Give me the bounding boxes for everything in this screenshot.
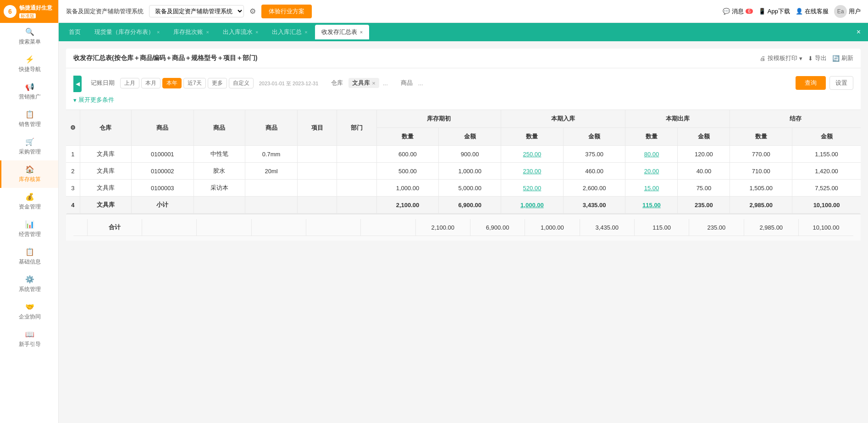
row1-num: 1: [66, 146, 80, 163]
row2-in-amt: 460.00: [563, 163, 625, 180]
sidebar-label-enterprise: 企业协同: [19, 313, 41, 321]
data-table-wrapper: ⚙ 仓库 商品 商品 商品 项目 部门 库存期初 本期入库 本期出库 结存: [66, 110, 861, 214]
page-title: 收发存汇总表(按仓库＋商品编码＋商品＋规格型号＋项目＋部门): [73, 54, 257, 62]
row3-out-qty[interactable]: 15.00: [625, 180, 678, 197]
row3-in-qty[interactable]: 520.00: [501, 180, 564, 197]
purchase-icon: 🛒: [25, 137, 34, 146]
sidebar-label-finance: 资金管理: [19, 203, 41, 211]
row3-in-amt: 2,600.00: [563, 180, 625, 197]
row3-close-qty: 1,505.00: [730, 180, 792, 197]
date-btn-this-year[interactable]: 本年: [162, 78, 182, 88]
row1-open-amt: 900.00: [439, 146, 501, 163]
date-btn-more[interactable]: 更多: [208, 78, 227, 88]
sidebar-label-sales: 销售管理: [19, 121, 41, 128]
subtotal-close-amt: 10,100.00: [792, 197, 861, 214]
tab-inventory-dist-close[interactable]: ×: [157, 29, 160, 35]
product-more[interactable]: ...: [418, 80, 423, 87]
row2-open-amt: 1,000.00: [439, 163, 501, 180]
filter-row: ◀ 记账日期 上月 本月 本年 近7天 更多 自定义 2023-01-01 至 …: [73, 74, 853, 92]
warehouse-tag-close[interactable]: ×: [372, 80, 376, 87]
th-out-group: 本期出库: [625, 110, 730, 128]
system-selector[interactable]: 装备及固定资产辅助管理系统: [149, 5, 244, 17]
tab-inout-flow[interactable]: 出入库流水 ×: [216, 25, 265, 39]
tabbar-close-all[interactable]: ×: [853, 28, 864, 36]
tab-inout-flow-close[interactable]: ×: [255, 29, 258, 35]
collapse-btn[interactable]: ◀: [73, 76, 82, 92]
sidebar-label-search: 搜索菜单: [19, 38, 41, 46]
sidebar-item-sales[interactable]: 📋 销售管理: [0, 105, 58, 133]
subtotal-in-qty[interactable]: 1,000.00: [501, 197, 564, 214]
tab-batch[interactable]: 库存批次账 ×: [167, 25, 215, 39]
user-btn[interactable]: Ea 用户: [834, 5, 861, 18]
print-icon: 🖨: [760, 55, 766, 62]
print-btn[interactable]: 🖨 按模板打印 ▾: [760, 54, 802, 62]
total-in-amt: 3,435.00: [580, 219, 634, 236]
subtotal-in-amt: 3,435.00: [563, 197, 625, 214]
row3-name: 采访本: [194, 180, 245, 197]
sidebar-item-finance[interactable]: 💰 资金管理: [0, 188, 58, 215]
exp-btn[interactable]: 体验行业方案: [261, 5, 312, 18]
tab-recv-send[interactable]: 收发存汇总表 ×: [315, 25, 369, 39]
row1-out-qty[interactable]: 80.00: [625, 146, 678, 163]
tab-batch-close[interactable]: ×: [206, 29, 209, 35]
tab-inout-summary-close[interactable]: ×: [304, 29, 307, 35]
sidebar-label-basic: 基础信息: [19, 258, 41, 266]
subtotal-out-amt: 235.00: [678, 197, 730, 214]
sidebar-nav: 🔍 搜索菜单 ⚡ 快捷导航 📢 营销推广 📋 销售管理 🛒 采购管理 🏠 库存核…: [0, 23, 58, 423]
sidebar-item-basic[interactable]: 📋 基础信息: [0, 243, 58, 270]
tabbar: 首页 现货量（库存分布表） × 库存批次账 × 出入库流水 × 出入库汇总 × …: [59, 23, 868, 41]
export-icon: ⬇: [808, 55, 813, 62]
warehouse-label: 仓库: [331, 79, 343, 87]
settings-icon[interactable]: ⚙: [70, 124, 76, 131]
th-open-qty: 数量: [376, 128, 439, 146]
sidebar-item-operations[interactable]: 📊 经营管理: [0, 215, 58, 243]
logo-icon: 6: [4, 5, 17, 18]
sidebar-item-guide[interactable]: 📖 新手引导: [0, 325, 58, 353]
refresh-btn[interactable]: 🔄 刷新: [832, 54, 853, 62]
date-btn-last-month[interactable]: 上月: [120, 78, 139, 88]
sidebar-item-inventory[interactable]: 🏠 库存核算: [0, 160, 58, 188]
row1-project: [297, 146, 337, 163]
sidebar-item-enterprise[interactable]: 🤝 企业协同: [0, 298, 58, 325]
row3-spec: [245, 180, 298, 197]
sidebar-item-system[interactable]: ⚙️ 系统管理: [0, 270, 58, 298]
total-out-qty: 115.00: [634, 219, 689, 236]
th-in-group: 本期入库: [501, 110, 625, 128]
date-btn-custom[interactable]: 自定义: [229, 78, 254, 88]
tab-home[interactable]: 首页: [62, 25, 87, 39]
row2-out-qty[interactable]: 20.00: [625, 163, 678, 180]
topbar: 装备及固定资产辅助管理系统 装备及固定资产辅助管理系统 ⚙ 体验行业方案 💬 消…: [59, 0, 868, 23]
th-close-amt: 金额: [792, 128, 861, 146]
th-settings[interactable]: ⚙: [66, 110, 80, 146]
row1-spec: 0.7mm: [245, 146, 298, 163]
gear-icon[interactable]: ⚙: [249, 7, 256, 16]
table-row: 3 文具库 0100003 采访本 1,000.00 5,000.00 520.…: [66, 180, 861, 197]
row2-close-amt: 1,420.00: [792, 163, 861, 180]
set-button[interactable]: 设置: [829, 76, 853, 90]
row3-dept: [337, 180, 376, 197]
online-service-btn[interactable]: 👤 在线客服: [796, 7, 829, 16]
row1-in-qty[interactable]: 250.00: [501, 146, 564, 163]
quick-icon: ⚡: [25, 55, 34, 64]
row2-in-qty[interactable]: 230.00: [501, 163, 564, 180]
expand-conditions-btn[interactable]: ▾ 展开更多条件: [73, 96, 853, 104]
sidebar-item-search[interactable]: 🔍 搜索菜单: [0, 23, 58, 50]
app-logo: 6 畅捷通好生意 标准版: [0, 0, 58, 23]
sidebar-item-marketing[interactable]: 📢 营销推广: [0, 78, 58, 105]
tab-inout-summary[interactable]: 出入库汇总 ×: [265, 25, 314, 39]
tab-inventory-dist[interactable]: 现货量（库存分布表） ×: [88, 25, 166, 39]
query-button[interactable]: 查询: [796, 76, 826, 90]
subtotal-row: 4 文具库 小计 2,100.00 6,900.00 1,000.00 3,43…: [66, 197, 861, 214]
date-btn-7days[interactable]: 近7天: [183, 78, 206, 88]
sidebar-item-purchase[interactable]: 🛒 采购管理: [0, 133, 58, 160]
date-btn-this-month[interactable]: 本月: [141, 78, 160, 88]
app-download-btn[interactable]: 📱 App下载: [758, 7, 790, 16]
subtotal-out-qty[interactable]: 115.00: [625, 197, 678, 214]
warehouse-tag: 文具库 ×: [348, 78, 379, 88]
message-btn[interactable]: 💬 消息 6: [723, 7, 753, 16]
export-btn[interactable]: ⬇ 导出: [808, 54, 827, 62]
tab-recv-send-close[interactable]: ×: [360, 29, 363, 35]
sidebar-item-quick[interactable]: ⚡ 快捷导航: [0, 50, 58, 78]
row3-out-amt: 75.00: [678, 180, 730, 197]
warehouse-more[interactable]: ...: [383, 80, 388, 87]
